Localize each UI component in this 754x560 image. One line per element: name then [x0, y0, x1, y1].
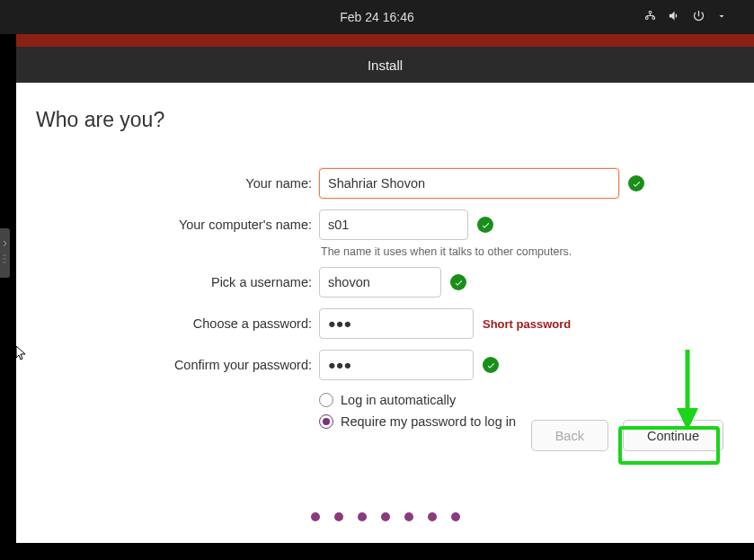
installer-page: Who are you? Your name: Your computer's … — [16, 83, 754, 543]
svg-point-5 — [4, 258, 5, 259]
page-title: Who are you? — [36, 108, 723, 132]
user-form: Your name: Your computer's name: The nam… — [36, 168, 723, 429]
system-indicators[interactable] — [643, 9, 727, 25]
radio-icon — [319, 393, 333, 407]
password-row: Choose a password: Short password — [36, 308, 723, 339]
progress-dot — [334, 512, 343, 521]
radio-icon — [319, 414, 333, 429]
continue-button[interactable]: Continue — [623, 420, 723, 451]
confirm-row: Confirm your password: — [36, 350, 723, 380]
progress-dots — [311, 512, 460, 521]
svg-point-3 — [4, 254, 5, 255]
progress-dot — [428, 512, 437, 521]
window-titlebar: Install — [16, 47, 754, 83]
auto-login-option[interactable]: Log in automatically — [319, 391, 723, 407]
check-icon — [483, 357, 499, 373]
password-label: Choose a password: — [36, 316, 319, 331]
computer-name-field[interactable] — [319, 209, 468, 240]
svg-point-4 — [3, 258, 4, 259]
username-row: Pick a username: — [36, 267, 723, 298]
back-button[interactable]: Back — [531, 420, 608, 451]
check-icon — [477, 217, 493, 233]
svg-point-7 — [4, 262, 5, 262]
progress-dot — [451, 512, 460, 521]
computer-hint: The name it uses when it talks to other … — [319, 245, 723, 258]
password-feedback: Short password — [483, 317, 571, 331]
network-icon[interactable] — [643, 9, 657, 25]
progress-dot — [358, 512, 367, 521]
dock-reveal-tab[interactable] — [0, 228, 10, 278]
confirm-password-field[interactable] — [319, 350, 474, 380]
svg-point-6 — [3, 262, 4, 262]
power-icon[interactable] — [692, 9, 705, 25]
volume-icon[interactable] — [668, 9, 681, 25]
progress-dot — [404, 512, 413, 521]
confirm-label: Confirm your password: — [36, 358, 319, 372]
password-field[interactable] — [319, 308, 474, 339]
check-icon — [628, 175, 644, 191]
chevron-down-icon[interactable] — [716, 10, 727, 24]
progress-dot — [381, 512, 390, 521]
require-password-label: Require my password to log in — [341, 414, 516, 429]
computer-row: Your computer's name: — [36, 209, 723, 240]
username-field[interactable] — [319, 267, 441, 298]
progress-dot — [311, 512, 320, 521]
window-title: Install — [368, 58, 403, 73]
top-menu-bar: Feb 24 16:46 — [0, 0, 754, 34]
footer-buttons: Back Continue — [531, 420, 723, 451]
username-label: Pick a username: — [36, 275, 319, 289]
name-row: Your name: — [36, 168, 723, 199]
name-label: Your name: — [36, 176, 319, 191]
window-top-accent — [16, 34, 754, 47]
svg-point-2 — [3, 254, 4, 255]
auto-login-label: Log in automatically — [341, 393, 456, 407]
computer-label: Your computer's name: — [36, 218, 319, 232]
check-icon — [450, 274, 466, 290]
clock[interactable]: Feb 24 16:46 — [340, 10, 414, 24]
name-field[interactable] — [319, 168, 619, 199]
